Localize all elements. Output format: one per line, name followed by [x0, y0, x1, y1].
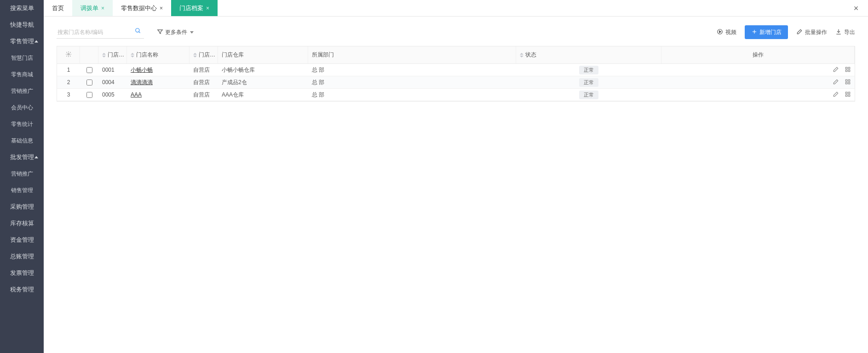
column-status[interactable]: 状态 — [516, 46, 661, 63]
row-index: 1 — [57, 64, 80, 76]
sidebar-item-retail-mall[interactable]: 零售商城 — [0, 66, 44, 83]
status-badge: 正常 — [579, 78, 598, 87]
tab-transfer-order[interactable]: 调拨单× — [72, 0, 113, 16]
sidebar-item-inventory[interactable]: 库存核算 — [0, 215, 44, 232]
row-checkbox[interactable] — [86, 80, 92, 85]
close-icon[interactable]: × — [206, 0, 209, 17]
sidebar-item-sales-mgmt[interactable]: 销售管理 — [0, 182, 44, 199]
tab-retail-data-center[interactable]: 零售数据中心× — [113, 0, 171, 16]
column-department[interactable]: 所属部门 — [308, 46, 516, 63]
store-type: 自营店 — [190, 89, 218, 101]
sidebar-item-label: 销售管理 — [11, 187, 33, 194]
sidebar-item-retail-mgmt[interactable]: 零售管理 — [0, 33, 44, 50]
row-checkbox-cell — [80, 76, 98, 88]
status-badge: 正常 — [579, 91, 598, 99]
store-name-link[interactable]: 小畅小畅 — [131, 66, 153, 74]
sidebar-item-label: 总账管理 — [10, 253, 34, 260]
table-row: 1 0001 小畅小畅 自营店 小畅小畅仓库 总 部 正常 — [57, 64, 855, 76]
toolbar: 更多条件 视频 新增门店 批量操作 — [57, 25, 855, 40]
svg-rect-6 — [845, 67, 847, 69]
chevron-up-icon — [34, 156, 38, 159]
tab-label: 首页 — [52, 0, 64, 17]
gear-icon — [65, 51, 72, 59]
row-more-button[interactable] — [845, 79, 851, 86]
close-icon[interactable]: × — [101, 0, 104, 17]
store-table: 门店… 门店名称 门店… 门店仓库 所属部门 状态 操作 — [57, 46, 855, 102]
row-edit-button[interactable] — [833, 66, 839, 74]
sidebar-item-label: 发票管理 — [10, 269, 34, 276]
row-operations — [661, 64, 855, 76]
tab-home[interactable]: 首页 — [44, 0, 72, 16]
search-input[interactable] — [57, 26, 144, 39]
sidebar-item-quick-nav[interactable]: 快捷导航 — [0, 17, 44, 33]
sidebar-item-label: 智慧门店 — [11, 55, 33, 61]
sidebar-item-label: 搜索菜单 — [10, 5, 34, 11]
add-store-label: 新增门店 — [759, 28, 782, 36]
sidebar-item-marketing-1[interactable]: 营销推广 — [0, 83, 44, 99]
store-status-cell: 正常 — [516, 89, 661, 101]
more-conditions-button[interactable]: 更多条件 — [157, 28, 194, 36]
store-warehouse: 小畅小畅仓库 — [218, 64, 308, 76]
svg-rect-15 — [848, 92, 850, 94]
search-icon[interactable] — [135, 28, 143, 36]
column-warehouse[interactable]: 门店仓库 — [218, 46, 308, 63]
store-name-link[interactable]: AAA — [131, 91, 142, 98]
store-code: 0004 — [98, 76, 127, 88]
sort-icon — [131, 53, 134, 57]
sidebar-item-marketing-2[interactable]: 营销推广 — [0, 165, 44, 182]
export-icon — [835, 28, 842, 36]
svg-point-5 — [68, 53, 69, 55]
sidebar-item-label: 资金管理 — [10, 236, 34, 243]
sidebar-item-basic-info[interactable]: 基础信息 — [0, 132, 44, 149]
batch-button[interactable]: 批量操作 — [796, 28, 827, 36]
svg-rect-9 — [848, 70, 850, 72]
close-icon[interactable]: × — [160, 0, 163, 17]
column-store-name[interactable]: 门店名称 — [127, 46, 190, 63]
close-all-button[interactable]: × — [848, 0, 864, 17]
filter-icon — [157, 28, 163, 36]
column-operations: 操作 — [661, 46, 855, 63]
sidebar-item-wholesale-mgmt[interactable]: 批发管理 — [0, 149, 44, 165]
sidebar-item-member-center[interactable]: 会员中心 — [0, 99, 44, 116]
sidebar-item-purchase-mgmt[interactable]: 采购管理 — [0, 199, 44, 215]
column-store-code[interactable]: 门店… — [98, 46, 127, 63]
sidebar-item-smart-store[interactable]: 智慧门店 — [0, 50, 44, 66]
sidebar-item-ledger-mgmt[interactable]: 总账管理 — [0, 248, 44, 265]
store-status-cell: 正常 — [516, 76, 661, 88]
sidebar-item-tax-mgmt[interactable]: 税务管理 — [0, 281, 44, 298]
svg-rect-16 — [845, 95, 847, 97]
row-edit-button[interactable] — [833, 91, 839, 99]
sidebar-item-label: 采购管理 — [10, 203, 34, 210]
add-store-button[interactable]: 新增门店 — [745, 25, 788, 39]
sidebar: 搜索菜单 快捷导航 零售管理 智慧门店 零售商城 营销推广 会员中心 零售统计 … — [0, 0, 44, 353]
store-name-cell: AAA — [127, 89, 190, 101]
export-button[interactable]: 导出 — [835, 28, 855, 36]
row-checkbox[interactable] — [86, 67, 92, 73]
sidebar-item-search-menu[interactable]: 搜索菜单 — [0, 0, 44, 17]
sidebar-item-label: 营销推广 — [11, 171, 33, 177]
sidebar-item-retail-stats[interactable]: 零售统计 — [0, 116, 44, 132]
sidebar-item-fund-mgmt[interactable]: 资金管理 — [0, 232, 44, 248]
sort-icon — [193, 53, 197, 57]
store-department: 总 部 — [308, 64, 516, 76]
column-settings[interactable] — [57, 46, 80, 63]
video-button[interactable]: 视频 — [717, 28, 736, 36]
row-checkbox-cell — [80, 64, 98, 76]
column-label: 门店仓库 — [222, 51, 244, 59]
row-edit-button[interactable] — [833, 79, 839, 86]
table-header: 门店… 门店名称 门店… 门店仓库 所属部门 状态 操作 — [57, 46, 855, 64]
svg-rect-10 — [845, 80, 847, 81]
svg-rect-17 — [848, 95, 850, 97]
sidebar-item-label: 库存核算 — [10, 220, 34, 227]
column-store-type[interactable]: 门店… — [190, 46, 218, 63]
row-more-button[interactable] — [845, 66, 851, 74]
play-icon — [717, 28, 723, 36]
sidebar-item-invoice-mgmt[interactable]: 发票管理 — [0, 265, 44, 281]
sidebar-item-label: 零售管理 — [10, 38, 34, 45]
tab-store-archive[interactable]: 门店档案× — [171, 0, 218, 16]
row-checkbox[interactable] — [86, 92, 92, 98]
row-more-button[interactable] — [845, 91, 851, 99]
sidebar-item-label: 会员中心 — [11, 104, 33, 111]
tab-bar: 首页 调拨单× 零售数据中心× 门店档案× × — [44, 0, 868, 17]
store-name-link[interactable]: 滴滴滴滴 — [131, 79, 153, 86]
